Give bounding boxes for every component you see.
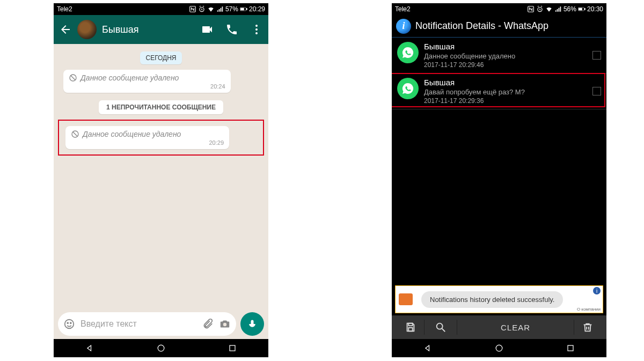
ad-info-icon[interactable]: i [593, 287, 601, 294]
notification-list[interactable]: Бывшая Данное сообщение удалено 2017-11-… [392, 38, 606, 315]
blocked-icon [71, 130, 79, 138]
svg-rect-23 [584, 9, 586, 10]
save-icon [405, 321, 416, 333]
svg-line-12 [73, 132, 77, 136]
svg-point-14 [67, 322, 68, 323]
avatar[interactable] [77, 20, 97, 39]
back-button[interactable] [59, 23, 72, 36]
status-time: 20:29 [249, 5, 265, 13]
nav-recent-icon[interactable] [227, 343, 238, 353]
svg-point-6 [255, 25, 258, 27]
message-bubble[interactable]: Данное сообщение удалено 20:29 [65, 126, 229, 149]
svg-rect-18 [230, 345, 235, 351]
battery-percent: 56% [564, 5, 576, 13]
unread-divider: 1 НЕПРОЧИТАННОЕ СООБЩЕНИЕ [99, 100, 223, 114]
svg-rect-4 [246, 9, 247, 10]
toast-message: Notifications history deleted successful… [421, 291, 563, 308]
alarm-icon [536, 5, 544, 13]
svg-point-17 [158, 345, 164, 351]
battery-icon [240, 5, 247, 13]
ad-banner[interactable]: Notifications history deleted successful… [395, 285, 603, 313]
phone-whatsapp: Tele2 57% 20:29 Бывшая [54, 3, 268, 357]
nfc-icon [527, 5, 535, 13]
svg-rect-26 [408, 328, 412, 331]
svg-rect-25 [408, 323, 412, 326]
notification-item[interactable]: Бывшая Данное сообщение удалено 2017-11-… [392, 38, 606, 73]
app-title: Notification Details - WhatsApp [415, 20, 548, 32]
camera-icon[interactable] [219, 318, 231, 330]
android-nav-bar [392, 339, 606, 357]
chat-header: Бывшая [54, 15, 268, 44]
svg-point-8 [255, 32, 258, 34]
wifi-icon [207, 5, 215, 13]
app-icon: i [396, 19, 411, 34]
date-badge: СЕГОДНЯ [140, 51, 181, 64]
android-nav-bar [54, 339, 268, 357]
notif-timestamp: 2017-11-17 20:29:46 [424, 61, 587, 69]
search-icon [435, 321, 447, 333]
wifi-icon [545, 5, 553, 13]
select-checkbox[interactable] [592, 87, 601, 95]
trash-icon [582, 321, 594, 333]
back-arrow-icon [59, 23, 72, 36]
svg-point-29 [496, 345, 502, 351]
nfc-icon [189, 5, 196, 13]
blocked-icon [69, 73, 77, 82]
more-vertical-icon [250, 23, 263, 36]
deleted-message-text: Данное сообщение удалено [83, 130, 181, 138]
svg-point-27 [437, 323, 443, 329]
voice-send-button[interactable] [240, 312, 264, 336]
svg-point-16 [223, 323, 226, 326]
message-input[interactable]: Введите текст [58, 312, 236, 336]
nav-home-icon[interactable] [494, 343, 504, 353]
signal-icon [216, 5, 224, 13]
notif-timestamp: 2017-11-17 20:29:36 [424, 97, 587, 105]
input-placeholder: Введите текст [80, 319, 196, 329]
svg-point-13 [65, 320, 74, 329]
battery-icon [578, 5, 586, 13]
search-button[interactable] [425, 321, 457, 333]
nav-back-icon[interactable] [422, 343, 433, 353]
message-bubble[interactable]: Данное сообщение удалено 20:24 [63, 70, 231, 93]
action-bar: CLEAR [392, 315, 606, 339]
status-bar: Tele2 57% 20:29 [54, 3, 268, 15]
chat-body[interactable]: СЕГОДНЯ Данное сообщение удалено 20:24 1… [54, 44, 268, 309]
video-call-button[interactable] [201, 23, 214, 36]
clear-button[interactable]: CLEAR [457, 323, 574, 332]
save-button[interactable] [397, 321, 424, 333]
message-time: 20:24 [69, 83, 225, 90]
mic-icon [247, 319, 258, 329]
signal-icon [554, 5, 562, 13]
menu-button[interactable] [250, 23, 263, 36]
app-header: i Notification Details - WhatsApp [392, 15, 606, 38]
notification-item[interactable]: Бывшая Давай попробуем ещё раз? М? 2017-… [392, 73, 606, 109]
notif-body: Давай попробуем ещё раз? М? [424, 88, 587, 96]
svg-rect-30 [568, 345, 573, 351]
svg-line-10 [71, 76, 75, 80]
svg-point-7 [255, 28, 258, 31]
input-row: Введите текст [54, 309, 268, 339]
carrier-label: Tele2 [395, 5, 411, 13]
ad-icon [399, 293, 413, 305]
status-time: 20:30 [587, 5, 603, 13]
attach-icon[interactable] [202, 318, 214, 330]
select-checkbox[interactable] [592, 51, 601, 60]
notif-body: Данное сообщение удалено [424, 52, 587, 60]
clear-label: CLEAR [501, 323, 530, 332]
notif-title: Бывшая [424, 42, 587, 51]
carrier-label: Tele2 [57, 5, 72, 13]
contact-name[interactable]: Бывшая [102, 24, 195, 35]
delete-button[interactable] [574, 321, 601, 333]
nav-back-icon[interactable] [84, 343, 95, 353]
video-icon [201, 23, 214, 36]
nav-recent-icon[interactable] [565, 343, 576, 353]
nav-home-icon[interactable] [156, 343, 166, 353]
svg-line-28 [442, 329, 445, 332]
highlight-box: Данное сообщение удалено 20:29 [58, 120, 264, 156]
phone-notification-app: Tele2 56% 20:30 i Notification Details -… [392, 3, 606, 357]
ad-label: О компании [577, 307, 601, 312]
whatsapp-icon [397, 78, 419, 99]
battery-percent: 57% [225, 5, 238, 13]
emoji-icon[interactable] [63, 318, 75, 330]
voice-call-button[interactable] [225, 23, 238, 36]
